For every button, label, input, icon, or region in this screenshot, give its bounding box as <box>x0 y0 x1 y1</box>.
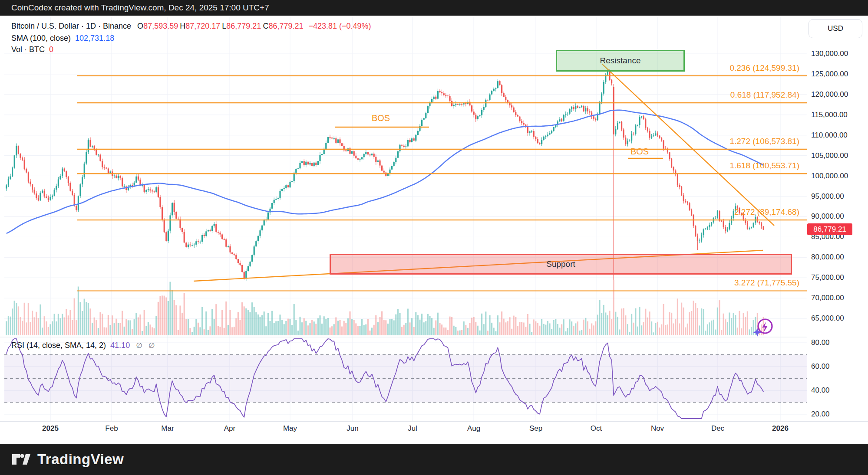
ohlc-values: O87,593.59H87,720.17L86,779.21C86,779.21 <box>137 22 305 31</box>
ohlc-letter: H <box>180 22 185 30</box>
ohlc-number: 86,779.21 <box>268 22 303 30</box>
time-axis-label: Dec <box>711 424 724 433</box>
support-label: Support <box>546 259 575 269</box>
tradingview-logo-icon[interactable] <box>11 452 31 467</box>
volume-value: 0 <box>49 45 53 54</box>
time-axis-label: Feb <box>105 424 118 433</box>
flash-sparkle-icon[interactable] <box>748 313 779 341</box>
time-axis-label: 2025 <box>42 424 59 433</box>
time-axis-label: Sep <box>529 424 542 433</box>
time-axis-label: Jun <box>347 424 358 433</box>
fib-level-label[interactable]: 3.272 (71,775.55) <box>734 278 799 288</box>
footer-bar: TradingView <box>0 444 868 475</box>
resistance-label: Resistance <box>600 56 641 66</box>
price-axis-label: 80,000.00 <box>811 253 844 262</box>
volume-histogram[interactable] <box>6 280 764 335</box>
price-axis-label: 115,000.00 <box>811 111 848 119</box>
last-price-badge: 86,779.21 <box>807 223 852 235</box>
sparkle <box>753 328 762 337</box>
price-axis-label: 95,000.00 <box>811 192 844 201</box>
rsi-source-icon[interactable]: ∅ <box>136 341 142 350</box>
price-axis-label: 110,000.00 <box>811 131 848 140</box>
volume-legend-row: Vol · BTC 0 <box>11 45 53 54</box>
attribution-text: CoinCodex created with TradingView.com, … <box>11 3 269 12</box>
rsi-ma-icon[interactable]: ∅ <box>149 341 155 350</box>
ohlc-letter: O <box>137 22 143 30</box>
tradingview-brand-text[interactable]: TradingView <box>37 451 124 468</box>
attribution-bar: CoinCodex created with TradingView.com, … <box>0 0 868 16</box>
bos-label-2[interactable]: BOS <box>622 147 657 157</box>
time-axis-label: Jul <box>408 424 417 433</box>
ohlc-token: H87,720.17 <box>180 22 220 31</box>
tradingview-chart-window: CoinCodex created with TradingView.com, … <box>0 0 868 475</box>
ohlc-token: O87,593.59 <box>137 22 178 31</box>
price-axis-label: 75,000.00 <box>811 273 844 282</box>
time-axis-label: 2026 <box>772 424 789 433</box>
time-axis-label: Aug <box>467 424 480 433</box>
lightning-bolt <box>762 322 768 333</box>
candlestick-series[interactable] <box>6 69 764 281</box>
price-axis-label: 125,000.00 <box>811 70 848 79</box>
rsi-axis-label: 20.00 <box>811 410 830 419</box>
price-axis-label: 105,000.00 <box>811 151 848 160</box>
ohlc-letter: L <box>222 22 226 30</box>
fib-level-label[interactable]: 1.272 (106,573.81) <box>729 137 799 146</box>
rsi-legend-row: RSI (14, close, SMA, 14, 2) 41.10 ∅ ∅ <box>11 341 155 350</box>
fib-level-label[interactable]: 0.236 (124,599.31) <box>729 63 799 73</box>
sma-legend-row: SMA (100, close) 102,731.18 <box>11 34 114 43</box>
ohlc-letter: C <box>263 22 268 30</box>
symbol-title: Bitcoin / U.S. Dollar · 1D · Binance <box>11 22 131 31</box>
volume-label: Vol · BTC <box>11 45 45 54</box>
time-axis-label: Nov <box>651 424 664 433</box>
fib-level-label[interactable]: 1.618 (100,553.71) <box>729 161 799 170</box>
time-axis-label: Oct <box>591 424 602 433</box>
bos-label-1[interactable]: BOS <box>360 113 401 123</box>
rsi-value: 41.10 <box>110 341 130 350</box>
change-value: −423.81 (−0.49%) <box>308 22 371 31</box>
time-axis-label: Mar <box>161 424 174 433</box>
support-zone[interactable]: Support <box>330 254 792 275</box>
ohlc-token: L86,779.21 <box>222 22 261 31</box>
sma-line[interactable] <box>7 110 763 233</box>
rsi-band <box>4 355 807 403</box>
time-axis[interactable] <box>0 421 868 444</box>
rsi-axis-label: 80.00 <box>811 338 830 347</box>
ohlc-number: 87,593.59 <box>143 22 178 30</box>
fib-level-label[interactable]: 0.618 (117,952.84) <box>730 90 799 100</box>
symbol-legend-row: Bitcoin / U.S. Dollar · 1D · Binance O87… <box>11 22 373 31</box>
sma-value: 102,731.18 <box>75 34 114 43</box>
ohlc-token: C86,779.21 <box>263 22 303 31</box>
ohlc-number: 86,779.21 <box>226 22 261 30</box>
price-axis-label: 70,000.00 <box>811 294 844 302</box>
price-axis-label: 130,000.00 <box>811 49 848 58</box>
time-axis-label: May <box>283 424 297 433</box>
rsi-axis-label: 40.00 <box>811 386 830 395</box>
price-axis-label: 120,000.00 <box>811 90 848 99</box>
price-axis-label: 65,000.00 <box>811 314 844 323</box>
fib-level-label[interactable]: 2.272 (89,174.68) <box>734 207 799 217</box>
price-axis-label: 100,000.00 <box>811 172 848 180</box>
resistance-zone[interactable]: Resistance <box>556 50 685 72</box>
rsi-axis-label: 60.00 <box>811 362 830 371</box>
sma-label: SMA (100, close) <box>11 34 71 43</box>
ohlc-number: 87,720.17 <box>185 22 220 30</box>
currency-toggle-button[interactable]: USD <box>809 19 862 38</box>
price-axis-label: 90,000.00 <box>811 212 844 221</box>
rsi-label: RSI (14, close, SMA, 14, 2) <box>11 341 106 350</box>
time-axis-label: Apr <box>224 424 235 433</box>
